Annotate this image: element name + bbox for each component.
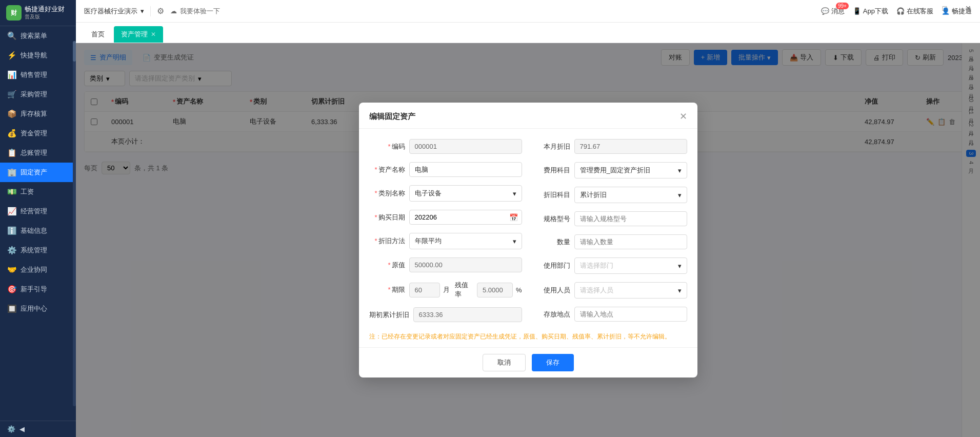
sidebar-label-operations: 经营管理: [21, 207, 47, 216]
experience-button[interactable]: ☁ 我要体验一下: [170, 7, 220, 16]
initial-accum-form-row: 期初累计折旧: [369, 307, 522, 322]
initial-accum-label: 期初累计折旧: [369, 310, 409, 320]
sidebar-icon-purchase: 🛒: [7, 90, 16, 99]
monthly-depr-label: 本月折旧: [534, 142, 570, 151]
dialog-overlay: 编辑固定资产 ✕ *编码: [76, 43, 980, 437]
purchase-date-field: 📅: [409, 210, 522, 225]
asset-tab-label: 资产管理: [121, 30, 148, 39]
code-form-row: *编码: [369, 139, 522, 154]
period-input[interactable]: [409, 283, 440, 297]
app-download-button[interactable]: 📱 App下载: [853, 7, 888, 16]
sidebar-item-capital[interactable]: 💰 资金管理: [0, 124, 76, 143]
depr-method-form-row: *折旧方法 年限平均 ▾: [369, 233, 522, 249]
initial-accum-input: [413, 307, 522, 322]
sidebar-item-search[interactable]: 🔍 搜索菜单: [0, 26, 76, 46]
tab-home[interactable]: 首页: [84, 26, 112, 43]
experience-label: 我要体验一下: [180, 7, 220, 16]
sidebar-label-sales: 销售管理: [21, 70, 47, 80]
collapse-icon: ◀: [19, 425, 25, 433]
dialog-footer: 取消 保存: [359, 347, 697, 378]
sidebar-item-basic-info[interactable]: ℹ️ 基础信息: [0, 221, 76, 241]
save-button[interactable]: 保存: [532, 354, 574, 371]
original-value-input[interactable]: [409, 257, 522, 272]
sidebar-item-payroll[interactable]: 💵 工资: [0, 182, 76, 202]
chevron-down-icon: ▾: [141, 7, 144, 15]
user-select[interactable]: 请选择人员 ▾: [574, 282, 687, 299]
quantity-input[interactable]: [574, 234, 687, 249]
sidebar-label-app-center: 应用中心: [21, 304, 47, 313]
dialog-note: 注：已经存在变更记录或者对应固定资产已经生成凭证，原值、购买日期、残值率、累计折…: [359, 332, 697, 347]
expense-subject-select[interactable]: 管理费用_固定资产折旧 ▾: [574, 162, 687, 178]
app-download-label: App下载: [863, 7, 888, 16]
sidebar-settings-item[interactable]: ⚙️ ◀: [7, 425, 69, 433]
minimize-button[interactable]: ─: [909, 0, 933, 16]
residual-rate-input[interactable]: [477, 283, 513, 297]
purchase-date-input[interactable]: [409, 210, 522, 225]
company-selector[interactable]: 医疗器械行业演示 ▾: [84, 7, 144, 16]
sidebar-icon-payroll: 💵: [7, 187, 16, 196]
phone-icon: 📱: [853, 7, 861, 15]
tab-close-icon[interactable]: ✕: [151, 31, 156, 38]
sidebar-bottom: ⚙️ ◀: [0, 421, 76, 437]
expense-subject-form-row: 费用科目 管理费用_固定资产折旧 ▾: [534, 162, 687, 178]
spec-input[interactable]: [574, 211, 687, 226]
sidebar-item-app-center[interactable]: 🔲 应用中心: [0, 299, 76, 319]
location-label: 存放地点: [534, 310, 570, 319]
sidebar-item-enterprise[interactable]: 🤝 企业协同: [0, 260, 76, 280]
sidebar-icon-capital: 💰: [7, 129, 16, 138]
quantity-label: 数量: [534, 237, 570, 247]
topbar: 医疗器械行业演示 ▾ ⚙ ☁ 我要体验一下 💬 消息 99+ 📱 App下载 🎧…: [76, 0, 980, 23]
dialog-body: *编码 *资产名称: [359, 129, 697, 332]
edit-asset-dialog: 编辑固定资产 ✕ *编码: [359, 103, 697, 378]
location-input[interactable]: [574, 307, 687, 322]
dialog-right-col: 本月折旧 费用科目 管理费用_固定资产折旧 ▾: [534, 139, 687, 322]
depr-method-select[interactable]: 年限平均 ▾: [409, 233, 522, 249]
settings-button[interactable]: ⚙: [157, 6, 164, 16]
sidebar-icon-fixed-assets: 🏢: [7, 168, 16, 177]
category-select[interactable]: 电子设备 ▾: [409, 185, 522, 202]
sidebar-icon-guide: 🎯: [7, 285, 16, 294]
category-name-label: *类别名称: [369, 189, 405, 198]
department-form-row: 使用部门 请选择部门 ▾: [534, 257, 687, 274]
chevron-down-icon: ▾: [513, 190, 516, 197]
depr-subject-select[interactable]: 累计折旧 ▾: [574, 187, 687, 203]
sidebar-label-capital: 资金管理: [21, 129, 47, 138]
sidebar-item-sales[interactable]: 📊 销售管理: [0, 65, 76, 85]
expense-subject-label: 费用科目: [534, 166, 570, 175]
sidebar-label-quick-nav: 快捷导航: [21, 51, 47, 60]
notification-button[interactable]: 💬 消息 99+: [821, 7, 845, 16]
department-select[interactable]: 请选择部门 ▾: [574, 257, 687, 274]
sidebar-item-purchase[interactable]: 🛒 采购管理: [0, 85, 76, 104]
code-input[interactable]: [409, 139, 522, 154]
tab-asset-management[interactable]: 资产管理 ✕: [114, 26, 163, 43]
dialog-close-button[interactable]: ✕: [679, 111, 687, 122]
sidebar-icon-quick-nav: ⚡: [7, 51, 16, 60]
notification-badge: 99+: [836, 3, 849, 9]
app-name: 畅捷通好业财: [25, 5, 65, 13]
spec-form-row: 规格型号: [534, 211, 687, 226]
asset-name-input[interactable]: [409, 162, 522, 177]
sidebar-item-inventory[interactable]: 📦 库存核算: [0, 104, 76, 124]
user-field-label: 使用人员: [534, 286, 570, 295]
sidebar-item-guide[interactable]: 🎯 新手引导: [0, 280, 76, 299]
maximize-button[interactable]: □: [933, 0, 956, 16]
headset-icon: 🎧: [896, 7, 905, 15]
calendar-icon: 📅: [509, 213, 518, 222]
sidebar-item-ledger[interactable]: 📋 总账管理: [0, 143, 76, 163]
close-button[interactable]: ✕: [956, 0, 980, 16]
purchase-date-label: *购买日期: [369, 213, 405, 222]
sidebar-item-system[interactable]: ⚙️ 系统管理: [0, 241, 76, 260]
sidebar-item-quick-nav[interactable]: ⚡ 快捷导航: [0, 46, 76, 65]
depr-method-label: *折旧方法: [369, 236, 405, 246]
content-area: ☰ 资产明细 📄 变更生成凭证 对账 + 新增: [76, 43, 980, 437]
sidebar-item-fixed-assets[interactable]: 🏢 固定资产: [0, 163, 76, 182]
sidebar-label-search: 搜索菜单: [21, 31, 47, 41]
sidebar-label-ledger: 总账管理: [21, 148, 47, 157]
tabs-bar: 首页 资产管理 ✕: [76, 23, 980, 43]
cancel-button[interactable]: 取消: [483, 354, 526, 371]
sidebar-item-operations[interactable]: 📈 经营管理: [0, 202, 76, 221]
sidebar-icon-inventory: 📦: [7, 109, 16, 118]
period-residual-inline: 月 残值率 %: [409, 281, 522, 299]
dialog-header: 编辑固定资产 ✕: [359, 103, 697, 129]
dialog-title: 编辑固定资产: [369, 112, 415, 122]
